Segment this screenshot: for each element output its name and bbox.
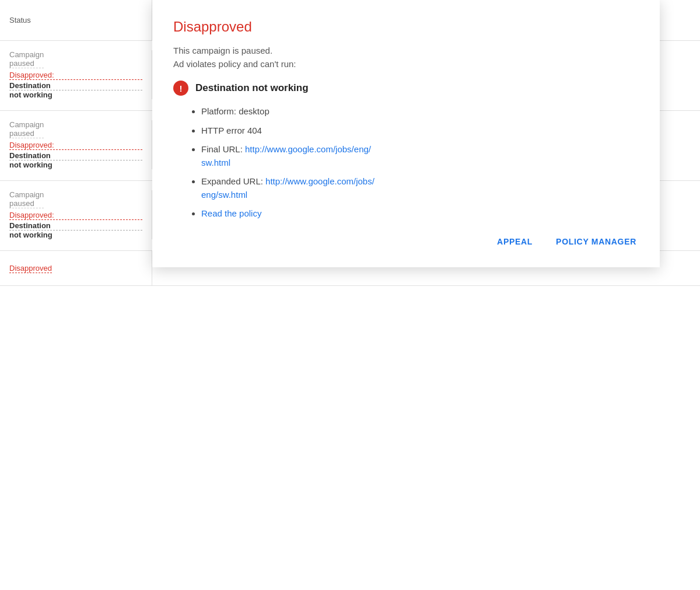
read-policy-link[interactable]: Read the policy: [201, 208, 261, 218]
campaign-paused-1: Campaignpaused: [9, 50, 44, 68]
not-working-text-1: not working: [9, 90, 142, 99]
policy-popup: Disapproved This campaign is paused. Ad …: [152, 0, 660, 267]
not-working-text-2: not working: [9, 160, 142, 169]
list-item: Platform: desktop: [201, 105, 639, 118]
list-item: Final URL: http://www.google.com/jobs/en…: [201, 143, 639, 169]
disapproved-label-2: Disapproved:: [9, 141, 142, 150]
policy-details-list: Platform: desktop HTTP error 404 Final U…: [201, 105, 639, 221]
campaign-paused-3: Campaignpaused: [9, 190, 44, 208]
http-error-detail: HTTP error 404: [201, 125, 262, 135]
list-item: HTTP error 404: [201, 124, 639, 138]
list-item: Read the policy: [201, 207, 639, 221]
partial-disapproved-label: Disapproved: [9, 264, 52, 273]
final-url-prefix: Final URL:: [201, 144, 245, 154]
destination-text-3: Destination: [9, 221, 142, 231]
popup-policy-line: Ad violates policy and can't run:: [173, 59, 639, 69]
popup-actions: APPEAL POLICY MANAGER: [173, 232, 639, 251]
row2-status-cell: Campaignpaused Disapproved: Destination …: [0, 120, 152, 169]
policy-issue-title: Destination not working: [195, 82, 309, 94]
row3-status-cell: Campaignpaused Disapproved: Destination …: [0, 190, 152, 239]
partial-status-cell: Disapproved: [0, 251, 152, 285]
policy-manager-button[interactable]: POLICY MANAGER: [554, 232, 639, 251]
popup-subtitle: This campaign is paused.: [173, 46, 639, 55]
disapproved-label-1: Disapproved:: [9, 71, 142, 80]
policy-issue-header: ! Destination not working: [173, 81, 639, 96]
platform-detail: Platform: desktop: [201, 106, 270, 116]
error-icon: !: [173, 81, 188, 96]
disapproved-label-3: Disapproved:: [9, 211, 142, 220]
not-working-text-3: not working: [9, 231, 142, 239]
popup-title: Disapproved: [173, 19, 639, 35]
col-status-header: Status: [0, 0, 152, 40]
destination-text-1: Destination: [9, 81, 142, 90]
campaign-paused-2: Campaignpaused: [9, 120, 44, 138]
expanded-url-prefix: Expanded URL:: [201, 176, 265, 186]
destination-text-2: Destination: [9, 151, 142, 160]
appeal-button[interactable]: APPEAL: [495, 232, 535, 251]
row1-status-cell: Campaignpaused Disapproved: Destination …: [0, 50, 152, 99]
list-item: Expanded URL: http://www.google.com/jobs…: [201, 175, 639, 201]
